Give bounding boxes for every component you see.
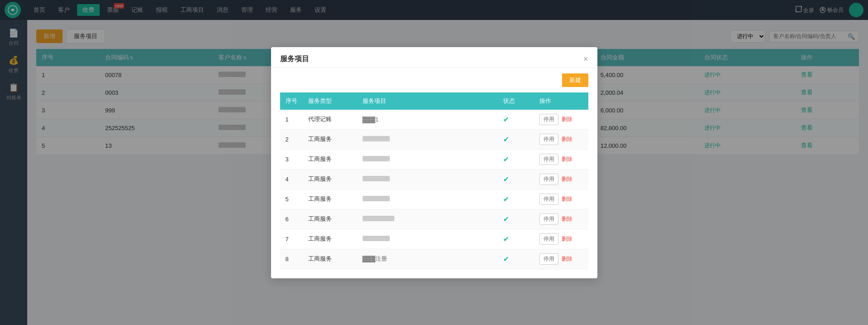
stop-button-2[interactable]: 停用 [539, 134, 558, 145]
modal-table-row: 6 工商服务 ✔ 停用 删除 [280, 209, 588, 229]
stop-button-8[interactable]: 停用 [539, 253, 558, 265]
modal-cell-status: ✔ [498, 149, 534, 169]
delete-button-8[interactable]: 删除 [562, 255, 572, 263]
modal-cell-item [357, 209, 498, 229]
modal-table-row: 7 工商服务 ✔ 停用 删除 [280, 229, 588, 249]
modal-cell-seq: 6 [280, 209, 303, 229]
modal-title: 服务项目 [280, 54, 309, 64]
modal-body: 序号 服务类型 服务项目 状态 操作 1 代理记账 ▓▓▓1 ✔ 停用 删除 2… [271, 92, 597, 278]
modal-cell-item: ▓▓▓1 [357, 110, 498, 130]
stop-button-4[interactable]: 停用 [539, 174, 558, 185]
delete-button-4[interactable]: 删除 [562, 175, 572, 183]
stop-button-3[interactable]: 停用 [539, 154, 558, 165]
modal-cell-action: 停用 删除 [534, 110, 588, 130]
modal-cell-type: 工商服务 [303, 249, 357, 269]
modal-new-button[interactable]: 新建 [562, 73, 588, 87]
modal-toolbar: 新建 [271, 68, 597, 92]
modal-col-action: 操作 [534, 92, 588, 110]
modal-cell-item [357, 129, 498, 149]
modal-cell-seq: 2 [280, 129, 303, 149]
modal-cell-action: 停用 删除 [534, 129, 588, 149]
modal-cell-seq: 5 [280, 189, 303, 209]
modal-cell-status: ✔ [498, 189, 534, 209]
modal-cell-seq: 7 [280, 229, 303, 249]
modal-table-row: 8 工商服务 ▓▓▓注册 ✔ 停用 删除 [280, 249, 588, 269]
delete-button-3[interactable]: 删除 [562, 155, 572, 163]
modal-cell-item [357, 149, 498, 169]
modal-cell-action: 停用 删除 [534, 149, 588, 169]
modal-table-row: 3 工商服务 ✔ 停用 删除 [280, 149, 588, 169]
modal-cell-type: 工商服务 [303, 189, 357, 209]
modal-cell-status: ✔ [498, 249, 534, 269]
modal-header: 服务项目 × [271, 47, 597, 68]
delete-button-5[interactable]: 删除 [562, 195, 572, 203]
modal-cell-status: ✔ [498, 169, 534, 189]
modal-close-button[interactable]: × [583, 55, 588, 63]
modal-cell-seq: 8 [280, 249, 303, 269]
modal-cell-status: ✔ [498, 229, 534, 249]
modal-col-item: 服务项目 [357, 92, 498, 110]
stop-button-1[interactable]: 停用 [539, 114, 558, 125]
modal-cell-seq: 1 [280, 110, 303, 130]
modal-cell-type: 工商服务 [303, 129, 357, 149]
modal-cell-item [357, 189, 498, 209]
stop-button-5[interactable]: 停用 [539, 194, 558, 205]
modal-cell-seq: 4 [280, 169, 303, 189]
delete-button-7[interactable]: 删除 [562, 235, 572, 243]
delete-button-2[interactable]: 删除 [562, 136, 572, 143]
modal-cell-type: 工商服务 [303, 229, 357, 249]
modal-col-status: 状态 [498, 92, 534, 110]
delete-button-1[interactable]: 删除 [562, 116, 572, 123]
modal-cell-status: ✔ [498, 129, 534, 149]
modal-cell-action: 停用 删除 [534, 249, 588, 269]
stop-button-6[interactable]: 停用 [539, 213, 558, 225]
modal-cell-item [357, 229, 498, 249]
modal-overlay[interactable]: 服务项目 × 新建 序号 服务类型 服务项目 状态 操作 1 代理记账 [0, 0, 868, 325]
modal-cell-action: 停用 删除 [534, 169, 588, 189]
modal-col-type: 服务类型 [303, 92, 357, 110]
service-items-modal: 服务项目 × 新建 序号 服务类型 服务项目 状态 操作 1 代理记账 [271, 47, 597, 278]
modal-table-body: 1 代理记账 ▓▓▓1 ✔ 停用 删除 2 工商服务 ✔ 停用 删除 3 工商服… [280, 110, 588, 269]
modal-table-row: 2 工商服务 ✔ 停用 删除 [280, 129, 588, 149]
modal-cell-item [357, 169, 498, 189]
delete-button-6[interactable]: 删除 [562, 215, 572, 223]
modal-table-row: 4 工商服务 ✔ 停用 删除 [280, 169, 588, 189]
modal-table-header-row: 序号 服务类型 服务项目 状态 操作 [280, 92, 588, 110]
service-items-table: 序号 服务类型 服务项目 状态 操作 1 代理记账 ▓▓▓1 ✔ 停用 删除 2… [280, 92, 588, 269]
modal-cell-type: 工商服务 [303, 149, 357, 169]
modal-table-row: 5 工商服务 ✔ 停用 删除 [280, 189, 588, 209]
modal-col-seq: 序号 [280, 92, 303, 110]
modal-cell-action: 停用 删除 [534, 229, 588, 249]
modal-cell-seq: 3 [280, 149, 303, 169]
modal-table-row: 1 代理记账 ▓▓▓1 ✔ 停用 删除 [280, 110, 588, 130]
modal-cell-type: 代理记账 [303, 110, 357, 130]
modal-cell-status: ✔ [498, 209, 534, 229]
modal-cell-status: ✔ [498, 110, 534, 130]
modal-cell-action: 停用 删除 [534, 209, 588, 229]
modal-cell-type: 工商服务 [303, 209, 357, 229]
modal-cell-action: 停用 删除 [534, 189, 588, 209]
modal-cell-type: 工商服务 [303, 169, 357, 189]
stop-button-7[interactable]: 停用 [539, 233, 558, 245]
modal-cell-item: ▓▓▓注册 [357, 249, 498, 269]
